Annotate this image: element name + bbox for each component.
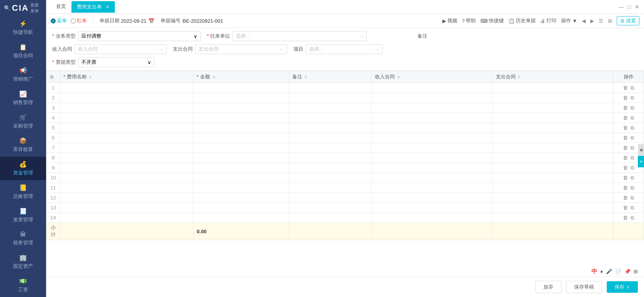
right-float-btn-1[interactable]: ▣: [638, 144, 644, 155]
copy-icon-5[interactable]: ⧉: [631, 125, 634, 131]
delete-icon-6[interactable]: 🗑: [623, 135, 628, 141]
cell-income-contract-11[interactable]: [372, 183, 492, 193]
copy-icon-9[interactable]: ⧉: [631, 165, 634, 171]
copy-icon-8[interactable]: ⧉: [631, 155, 634, 161]
sidebar-item-quick-nav[interactable]: ⚡快捷导航: [0, 16, 46, 40]
th-settings[interactable]: ⚙: [46, 71, 60, 83]
cell-expense-contract-4[interactable]: [492, 113, 613, 123]
cell-remark-5[interactable]: [289, 123, 371, 133]
tab-close-icon[interactable]: ✕: [106, 4, 109, 10]
cell-expense-name-7[interactable]: [60, 143, 194, 153]
copy-icon-3[interactable]: ⧉: [631, 105, 634, 111]
delete-icon-14[interactable]: 🗑: [623, 215, 628, 221]
column-settings-icon[interactable]: ⚙: [50, 74, 54, 80]
cell-amount-13[interactable]: [194, 203, 289, 213]
project-select[interactable]: 选择... ···: [306, 44, 382, 54]
sidebar-item-payroll[interactable]: 💵工资: [0, 274, 46, 297]
delete-icon-8[interactable]: 🗑: [623, 155, 628, 161]
cell-amount-14[interactable]: [194, 213, 289, 223]
delete-icon-9[interactable]: 🗑: [623, 165, 628, 171]
sort-icon-amount[interactable]: ⇅: [212, 75, 215, 79]
cell-remark-14[interactable]: [289, 213, 371, 223]
delete-icon-12[interactable]: 🗑: [623, 195, 628, 201]
cell-remark-4[interactable]: [289, 113, 371, 123]
sidebar-item-inventory[interactable]: 📦库存核算: [0, 133, 46, 157]
sort-icon-income[interactable]: ⇅: [397, 75, 400, 79]
copy-icon-10[interactable]: ⧉: [631, 175, 634, 181]
cell-expense-contract-9[interactable]: [492, 163, 613, 173]
cell-expense-name-3[interactable]: [60, 103, 194, 113]
cell-remark-2[interactable]: [289, 93, 371, 103]
partner-select[interactable]: 选择... ···: [232, 31, 367, 41]
cell-amount-12[interactable]: [194, 193, 289, 203]
cell-expense-contract-7[interactable]: [492, 143, 613, 153]
copy-icon-13[interactable]: ⧉: [631, 205, 634, 211]
cell-expense-contract-12[interactable]: [492, 193, 613, 203]
delete-icon-10[interactable]: 🗑: [623, 175, 628, 181]
copy-icon-1[interactable]: ⧉: [631, 85, 634, 91]
cell-expense-name-1[interactable]: [60, 83, 194, 93]
nav-next-icon[interactable]: ▶: [590, 18, 594, 24]
delete-icon-1[interactable]: 🗑: [623, 85, 628, 91]
tab-home[interactable]: 首页: [51, 1, 71, 13]
cell-expense-name-9[interactable]: [60, 163, 194, 173]
red-bill-radio-label[interactable]: 红单: [71, 17, 87, 24]
copy-icon-12[interactable]: ⧉: [631, 195, 634, 201]
cell-expense-name-2[interactable]: [60, 93, 194, 103]
copy-icon-11[interactable]: ⧉: [631, 185, 634, 191]
cell-amount-1[interactable]: [194, 83, 289, 93]
cell-income-contract-13[interactable]: [372, 203, 492, 213]
sidebar-item-fixed-assets[interactable]: 🏢固定资产: [0, 250, 46, 274]
income-more-icon[interactable]: ···: [159, 46, 163, 52]
cell-remark-6[interactable]: [289, 133, 371, 143]
logo-grid[interactable]: ⊞: [634, 269, 638, 274]
copy-icon-14[interactable]: ⧉: [631, 215, 634, 221]
sort-icon-expense-contract[interactable]: ⇅: [518, 75, 521, 79]
cell-expense-name-12[interactable]: [60, 193, 194, 203]
cell-expense-contract-8[interactable]: [492, 153, 613, 163]
logo-zhong[interactable]: 中: [591, 268, 597, 275]
cell-amount-11[interactable]: [194, 183, 289, 193]
print-btn[interactable]: 🖨 打印: [540, 17, 556, 24]
cell-income-contract-6[interactable]: [372, 133, 492, 143]
cell-amount-3[interactable]: [194, 103, 289, 113]
cell-expense-contract-14[interactable]: [492, 213, 613, 223]
help-btn[interactable]: ? 帮助: [462, 17, 476, 24]
cell-income-contract-12[interactable]: [372, 193, 492, 203]
delete-icon-5[interactable]: 🗑: [623, 125, 628, 131]
sidebar-item-sales-mgmt[interactable]: 📈销售管理: [0, 86, 46, 110]
cell-expense-contract-6[interactable]: [492, 133, 613, 143]
save-button[interactable]: 保存 ∨: [607, 281, 638, 293]
cell-remark-12[interactable]: [289, 193, 371, 203]
cell-expense-contract-13[interactable]: [492, 203, 613, 213]
biz-type-select[interactable]: 应付调整 ∨: [78, 31, 201, 41]
cell-remark-13[interactable]: [289, 203, 371, 213]
cell-amount-5[interactable]: [194, 123, 289, 133]
cell-income-contract-5[interactable]: [372, 123, 492, 133]
copy-icon-7[interactable]: ⧉: [631, 145, 634, 151]
history-btn[interactable]: 📋 历史单据: [508, 17, 536, 24]
operate-btn[interactable]: 操作 ▼: [561, 17, 577, 24]
cell-expense-contract-5[interactable]: [492, 123, 613, 133]
cell-amount-10[interactable]: [194, 173, 289, 183]
discard-button[interactable]: 放弃: [535, 281, 561, 293]
delete-icon-3[interactable]: 🗑: [623, 105, 628, 111]
cell-income-contract-2[interactable]: [372, 93, 492, 103]
cell-expense-name-10[interactable]: [60, 173, 194, 183]
cell-expense-contract-10[interactable]: [492, 173, 613, 183]
sidebar-item-fund-mgmt[interactable]: 💰资金管理: [0, 157, 46, 180]
cell-expense-name-11[interactable]: [60, 183, 194, 193]
cell-remark-11[interactable]: [289, 183, 371, 193]
delete-icon-11[interactable]: 🗑: [623, 185, 628, 191]
list-view-icon[interactable]: ☰: [599, 18, 603, 24]
cell-remark-8[interactable]: [289, 153, 371, 163]
cell-remark-1[interactable]: [289, 83, 371, 93]
delete-icon-2[interactable]: 🗑: [623, 95, 628, 101]
window-maximize[interactable]: □: [628, 4, 631, 10]
sidebar-item-marketing[interactable]: 📢营销推广: [0, 63, 46, 86]
save-draft-button[interactable]: 保存草稿: [566, 281, 602, 293]
cell-remark-3[interactable]: [289, 103, 371, 113]
cell-income-contract-10[interactable]: [372, 173, 492, 183]
cell-expense-name-13[interactable]: [60, 203, 194, 213]
cell-income-contract-8[interactable]: [372, 153, 492, 163]
